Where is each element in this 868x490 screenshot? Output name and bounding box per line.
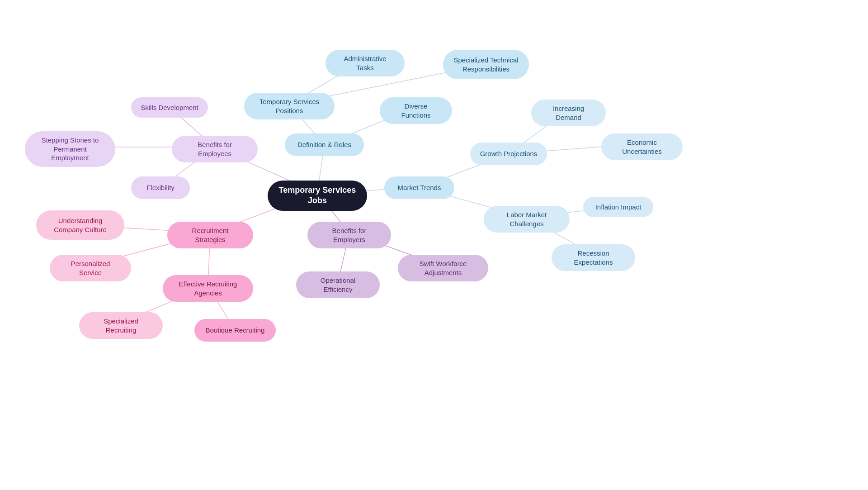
mindmap-container: Temporary Services JobsDefinition & Role… xyxy=(0,0,868,490)
node-recessionExpectations[interactable]: Recession Expectations xyxy=(552,244,635,271)
node-specializedTechnical[interactable]: Specialized Technical Responsibilities xyxy=(443,50,529,79)
node-operationalEfficiency[interactable]: Operational Efficiency xyxy=(296,271,380,298)
node-skillsDevelopment[interactable]: Skills Development xyxy=(131,97,208,118)
node-center[interactable]: Temporary Services Jobs xyxy=(268,181,367,211)
connections-svg xyxy=(0,0,868,490)
node-marketTrends[interactable]: Market Trends xyxy=(384,176,454,199)
node-recruitmentStrategies[interactable]: Recruitment Strategies xyxy=(167,222,253,248)
node-diverseFunctions[interactable]: Diverse Functions xyxy=(380,97,452,124)
node-swiftWorkforce[interactable]: Swift Workforce Adjustments xyxy=(398,255,488,281)
node-flexibility[interactable]: Flexibility xyxy=(131,176,190,199)
node-administrativeTasks[interactable]: Administrative Tasks xyxy=(326,50,405,76)
node-benefitsEmployers[interactable]: Benefits for Employers xyxy=(307,222,391,248)
node-boutiqueRecruiting[interactable]: Boutique Recruiting xyxy=(194,319,276,342)
node-increasingDemand[interactable]: Increasing Demand xyxy=(531,100,606,126)
node-benefitsEmployees[interactable]: Benefits for Employees xyxy=(172,136,258,162)
node-understandingCulture[interactable]: Understanding Company Culture xyxy=(36,210,124,240)
node-steppingStones[interactable]: Stepping Stones to Permanent Employment xyxy=(25,131,115,167)
node-tempServicesPositions[interactable]: Temporary Services Positions xyxy=(244,93,335,119)
node-laborMarketChallenges[interactable]: Labor Market Challenges xyxy=(484,206,570,233)
node-growthProjections[interactable]: Growth Projections xyxy=(470,143,547,165)
node-specializedRecruiting[interactable]: Specialized Recruiting xyxy=(79,312,163,339)
node-personalizedService[interactable]: Personalized Service xyxy=(50,255,131,281)
node-economicUncertainties[interactable]: Economic Uncertainties xyxy=(601,133,683,160)
node-definitionRoles[interactable]: Definition & Roles xyxy=(285,133,364,156)
node-effectiveRecruiting[interactable]: Effective Recruiting Agencies xyxy=(163,275,253,302)
node-inflationImpact[interactable]: Inflation Impact xyxy=(583,197,653,217)
